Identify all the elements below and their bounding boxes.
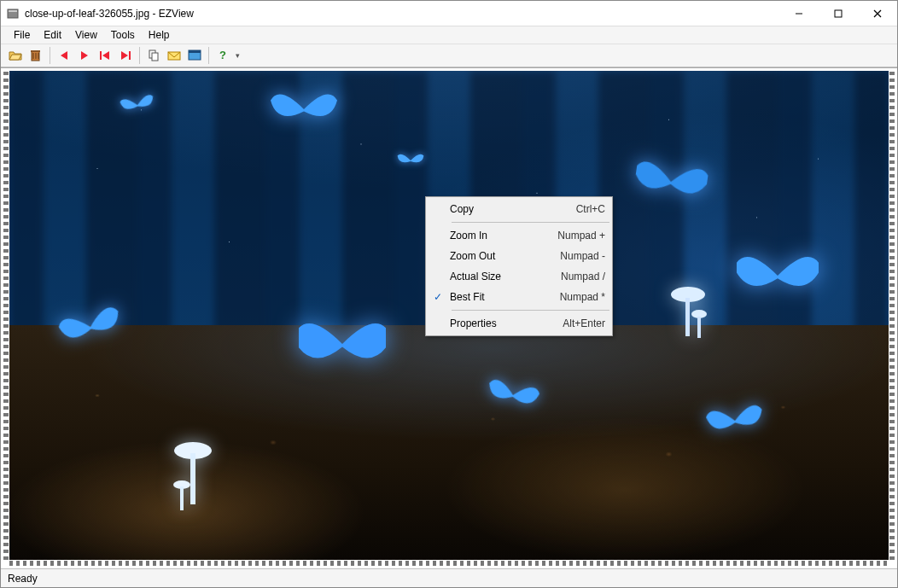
- menu-view[interactable]: View: [69, 27, 103, 43]
- context-menu-label: Actual Size: [448, 271, 552, 282]
- menu-tools[interactable]: Tools: [105, 27, 141, 43]
- ruler-left: [3, 71, 9, 560]
- context-menu-actual-size[interactable]: Actual Size Numpad /: [428, 266, 610, 287]
- titlebar: close-up-of-leaf-326055.jpg - EZView: [1, 1, 897, 26]
- window-title: close-up-of-leaf-326055.jpg - EZView: [25, 8, 779, 20]
- context-menu-properties[interactable]: Properties Alt+Enter: [428, 313, 610, 334]
- help-icon[interactable]: ?: [213, 46, 232, 65]
- context-menu-accel: Numpad -: [551, 250, 605, 262]
- context-menu-label: Copy: [448, 203, 568, 215]
- first-icon[interactable]: [96, 46, 114, 65]
- context-menu-separator: [452, 222, 609, 223]
- ruler-right: [889, 71, 895, 560]
- last-icon[interactable]: [116, 46, 135, 65]
- context-menu-label: Zoom Out: [448, 250, 551, 262]
- context-menu-label: Zoom In: [448, 230, 549, 242]
- butterfly-icon: [271, 87, 337, 131]
- menubar: File Edit View Tools Help: [1, 26, 897, 44]
- next-icon[interactable]: [75, 46, 94, 65]
- copy-icon[interactable]: [144, 46, 163, 65]
- context-menu-accel: Ctrl+C: [568, 203, 605, 215]
- email-icon[interactable]: [165, 46, 184, 65]
- context-menu-copy[interactable]: Copy Ctrl+C: [428, 199, 610, 219]
- fullscreen-icon[interactable]: [185, 46, 204, 65]
- context-menu-accel: Numpad +: [549, 230, 605, 242]
- menu-edit[interactable]: Edit: [38, 27, 67, 43]
- butterfly-icon: [704, 399, 765, 444]
- context-menu: Copy Ctrl+C Zoom In Numpad + Zoom Out Nu…: [425, 196, 613, 336]
- context-menu-accel: Numpad *: [551, 291, 605, 303]
- mushroom-icon: [667, 284, 709, 346]
- context-menu-zoom-out[interactable]: Zoom Out Numpad -: [428, 246, 610, 266]
- close-button[interactable]: [858, 1, 897, 26]
- svg-rect-26: [697, 317, 701, 338]
- svg-rect-7: [31, 50, 40, 52]
- toolbar-separator: [50, 47, 50, 64]
- context-menu-accel: Alt+Enter: [554, 317, 605, 329]
- toolbar-overflow-icon[interactable]: ▾: [234, 51, 240, 60]
- svg-rect-22: [180, 486, 184, 510]
- svg-text:?: ?: [219, 49, 226, 61]
- delete-icon[interactable]: [26, 46, 45, 65]
- context-menu-zoom-in[interactable]: Zoom In Numpad +: [428, 225, 610, 246]
- svg-rect-11: [100, 51, 102, 60]
- toolbar-separator: [139, 47, 140, 64]
- image-ground: [9, 325, 889, 560]
- svg-rect-24: [685, 298, 690, 336]
- prev-icon[interactable]: [55, 46, 73, 65]
- check-icon: ✓: [428, 291, 448, 303]
- toolbar: ? ▾: [1, 44, 897, 67]
- context-menu-separator: [452, 310, 609, 311]
- svg-rect-14: [152, 53, 158, 61]
- svg-rect-20: [190, 453, 195, 504]
- status-text: Ready: [8, 573, 38, 585]
- window-controls: [779, 1, 897, 26]
- svg-rect-12: [129, 51, 131, 60]
- butterfly-icon: [299, 315, 386, 373]
- ruler-bottom: [9, 561, 889, 566]
- context-menu-best-fit[interactable]: ✓ Best Fit Numpad *: [428, 287, 610, 307]
- open-icon[interactable]: [6, 46, 25, 65]
- image-viewport[interactable]: Copy Ctrl+C Zoom In Numpad + Zoom Out Nu…: [1, 67, 897, 568]
- maximize-button[interactable]: [819, 1, 858, 26]
- context-menu-label: Properties: [448, 317, 554, 329]
- menu-help[interactable]: Help: [143, 27, 176, 43]
- context-menu-label: Best Fit: [448, 291, 551, 303]
- menu-file[interactable]: File: [8, 27, 36, 43]
- minimize-button[interactable]: [779, 1, 819, 26]
- butterfly-icon: [737, 248, 819, 303]
- svg-rect-17: [189, 50, 201, 53]
- app-icon: [6, 7, 20, 20]
- svg-rect-1: [9, 10, 17, 12]
- mushroom-icon: [172, 438, 214, 517]
- statusbar: Ready: [1, 568, 897, 587]
- svg-rect-3: [835, 10, 842, 17]
- toolbar-separator: [208, 47, 209, 64]
- butterfly-icon: [633, 153, 710, 210]
- context-menu-accel: Numpad /: [552, 271, 605, 282]
- butterfly-icon: [397, 151, 425, 170]
